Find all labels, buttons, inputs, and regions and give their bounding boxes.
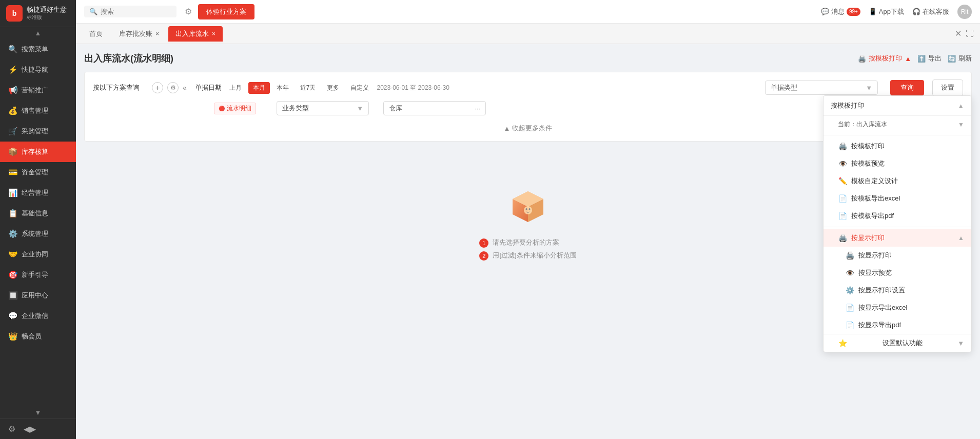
sidebar-item-label: 畅会员 <box>22 332 42 341</box>
basic-icon: 📋 <box>8 209 17 218</box>
batch-account-tab-label: 库存批次账 <box>119 29 152 38</box>
user-avatar: Rit <box>957 5 972 19</box>
inout-flow-tab-label: 出入库流水 <box>175 29 209 38</box>
sidebar-scroll-down[interactable]: ▼ <box>0 407 76 418</box>
dropdown-current-item[interactable]: 当前：出入库流水 ▼ <box>824 116 971 133</box>
topbar-right: 💬 消息 99+ 📱 App下载 🎧 在线客服 Rit <box>821 5 972 19</box>
main-area: 🔍 ⚙ 体验行业方案 💬 消息 99+ 📱 App下载 🎧 在线客服 Rit <box>76 0 980 439</box>
operation-icon: 📊 <box>8 188 17 197</box>
sidebar-item-purchase[interactable]: 🛒 采购管理 <box>0 121 76 142</box>
svg-point-5 <box>526 208 527 210</box>
export-button[interactable]: ⬆️ 导出 <box>917 54 942 63</box>
sidebar-item-operation[interactable]: 📊 经营管理 <box>0 183 76 203</box>
topbar-gear-icon[interactable]: ⚙ <box>185 7 192 16</box>
online-service-button[interactable]: 🎧 在线客服 <box>912 7 949 16</box>
tab-home[interactable]: 首页 <box>82 26 110 42</box>
date-last-7days[interactable]: 近7天 <box>296 82 321 94</box>
search-input[interactable] <box>101 8 162 15</box>
order-type-select[interactable]: 单据类型 ▼ <box>765 81 878 95</box>
template-print-button[interactable]: 🖨️ 按模板打印 ▲ <box>858 54 911 63</box>
sidebar-item-app-center[interactable]: 🔲 应用中心 <box>0 285 76 306</box>
svg-point-4 <box>524 206 532 214</box>
dropdown-item-display-export-pdf[interactable]: 📄 按显示导出pdf <box>824 316 971 334</box>
date-last-month[interactable]: 上月 <box>225 82 246 94</box>
dropdown-section-expand[interactable]: ▲ <box>958 234 964 242</box>
dropdown-item-set-default[interactable]: ⭐ 设置默认功能 ▼ <box>824 334 971 352</box>
batch-account-tab-close[interactable]: × <box>155 31 159 37</box>
warehouse-more-icon: ··· <box>475 105 480 112</box>
app-download-button[interactable]: 📱 App下载 <box>869 7 904 16</box>
business-type-arrow: ▼ <box>357 105 363 112</box>
dropdown-item-label: 按模板导出excel <box>851 194 900 203</box>
dropdown-item-label: 按模板预览 <box>851 159 885 168</box>
page-actions: 🖨️ 按模板打印 ▲ ⬆️ 导出 🔄 刷新 <box>858 54 972 63</box>
sidebar-item-search[interactable]: 🔍 搜索菜单 <box>0 39 76 59</box>
sidebar-item-cooperation[interactable]: 🤝 企业协同 <box>0 244 76 265</box>
member-icon: 👑 <box>8 332 17 341</box>
order-type-label: 单据类型 <box>771 83 797 92</box>
date-label: 单据日期 <box>195 83 222 92</box>
refresh-button[interactable]: 🔄 刷新 <box>948 54 972 63</box>
dropdown-item-template-export-pdf[interactable]: 📄 按模板导出pdf <box>824 207 971 225</box>
dropdown-current-arrow: ▼ <box>958 121 964 128</box>
message-button[interactable]: 💬 消息 99+ <box>821 7 860 16</box>
dropdown-close-arrow[interactable]: ▲ <box>957 102 964 110</box>
date-range-text: 2023-06-01 至 2023-06-30 <box>377 84 449 92</box>
warehouse-select[interactable]: 仓库 ··· <box>383 101 486 115</box>
dropdown-header: 按模板打印 ▲ <box>824 96 971 116</box>
sidebar-item-finance[interactable]: 💳 资金管理 <box>0 162 76 183</box>
tab-inout-flow[interactable]: 出入库流水 × <box>168 26 223 42</box>
query-button[interactable]: 查询 <box>890 80 924 95</box>
collapse-button[interactable]: ▲ 收起更多条件 <box>504 124 553 133</box>
filter-collapse-icon[interactable]: « <box>183 84 187 92</box>
print-icon: 🖨️ <box>845 251 854 260</box>
business-type-label: 业务类型 <box>282 104 309 113</box>
dropdown-item-label: 按显示预览 <box>858 268 892 277</box>
dropdown-item-label: 按显示打印 <box>851 233 885 243</box>
sidebar-item-sales[interactable]: 💰 销售管理 <box>0 101 76 121</box>
sidebar-item-system[interactable]: ⚙️ 系统管理 <box>0 224 76 244</box>
date-custom[interactable]: 自定义 <box>346 82 374 94</box>
maximize-window-icon[interactable]: ⛶ <box>966 29 974 38</box>
empty-step-2: 2 用[过滤]条件来缩小分析范围 <box>479 251 576 261</box>
filter-add-button[interactable]: + <box>152 82 163 93</box>
trial-button[interactable]: 体验行业方案 <box>198 4 254 19</box>
settings-bottom-icon[interactable]: ⚙ <box>8 424 15 434</box>
dropdown-item-display-export-excel[interactable]: 📄 按显示导出excel <box>824 299 971 316</box>
sidebar-item-guide[interactable]: 🎯 新手引导 <box>0 265 76 285</box>
collapse-sidebar-icon[interactable]: ◀▶ <box>24 424 36 434</box>
search-box[interactable]: 🔍 <box>84 6 177 17</box>
cooperation-icon: 🤝 <box>8 250 17 259</box>
date-more[interactable]: 更多 <box>322 82 344 94</box>
dropdown-item-template-preview[interactable]: 👁️ 按模板预览 <box>824 155 971 172</box>
close-window-icon[interactable]: ✕ <box>955 29 962 38</box>
sidebar-item-basic[interactable]: 📋 基础信息 <box>0 203 76 224</box>
sidebar-item-label: 企业微信 <box>22 311 48 321</box>
dropdown-item-display-print[interactable]: 🖨️ 按显示打印 <box>824 247 971 264</box>
user-menu[interactable]: Rit <box>957 5 972 19</box>
dropdown-item-display-print-section[interactable]: 🖨️ 按显示打印 ▲ <box>824 229 971 247</box>
dropdown-divider-2 <box>824 227 971 227</box>
sidebar-item-marketing[interactable]: 📢 营销推广 <box>0 80 76 101</box>
quick-nav-icon: ⚡ <box>8 65 17 74</box>
date-this-month[interactable]: 本月 <box>248 82 270 94</box>
tab-batch-account[interactable]: 库存批次账 × <box>112 26 166 42</box>
sidebar-item-inventory[interactable]: 📦 库存核算 <box>0 142 76 162</box>
export-icon: ⬆️ <box>917 55 926 63</box>
inout-flow-tab-close[interactable]: × <box>212 31 215 37</box>
dropdown-item-template-export-excel[interactable]: 📄 按模板导出excel <box>824 190 971 207</box>
sidebar-scroll-up[interactable]: ▲ <box>0 27 76 39</box>
dropdown-item-display-preview[interactable]: 👁️ 按显示预览 <box>824 264 971 282</box>
preview2-icon: 👁️ <box>845 269 854 277</box>
filter-setting-button[interactable]: ⚙ <box>167 82 179 93</box>
settings-button[interactable]: 设置 <box>932 79 963 96</box>
dropdown-item-display-print-settings[interactable]: ⚙️ 按显示打印设置 <box>824 282 971 299</box>
dropdown-item-template-print[interactable]: 🖨️ 按模板打印 <box>824 137 971 155</box>
business-type-select[interactable]: 业务类型 ▼ <box>277 101 369 115</box>
sidebar-item-wechat[interactable]: 💬 企业微信 <box>0 306 76 326</box>
topbar: 🔍 ⚙ 体验行业方案 💬 消息 99+ 📱 App下载 🎧 在线客服 Rit <box>76 0 980 24</box>
dropdown-item-template-custom[interactable]: ✏️ 模板自定义设计 <box>824 172 971 190</box>
sidebar-item-member[interactable]: 👑 畅会员 <box>0 326 76 347</box>
date-this-year[interactable]: 本年 <box>272 82 293 94</box>
sidebar-item-quick-nav[interactable]: ⚡ 快捷导航 <box>0 59 76 80</box>
